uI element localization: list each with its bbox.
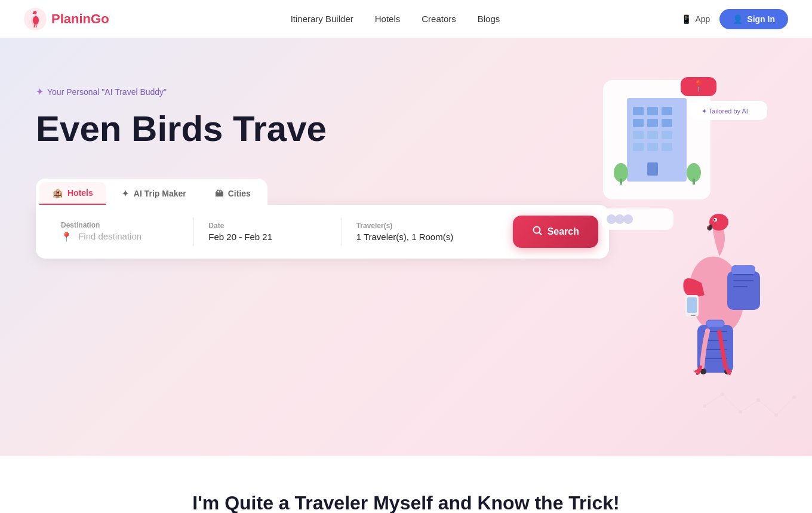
svg-rect-54 [691, 315, 696, 316]
svg-rect-22 [647, 162, 658, 176]
user-icon: 👤 [733, 14, 743, 24]
search-bar: Destination 📍 Find destination Date Feb … [36, 205, 609, 259]
tab-cities[interactable]: 🏔 Cities [202, 182, 264, 205]
svg-rect-12 [662, 107, 672, 115]
date-field[interactable]: Date Feb 20 - Feb 21 [194, 218, 342, 245]
svg-line-7 [539, 233, 542, 235]
svg-point-34 [623, 214, 633, 224]
ai-icon: ✦ [122, 189, 129, 198]
hotels-icon: 🏨 [53, 188, 63, 198]
main-nav: Itinerary Builder Hotels Creators Blogs [291, 14, 500, 24]
date-value: Feb 20 - Feb 21 [208, 232, 327, 242]
sparkle-icon: ✦ [36, 86, 44, 97]
svg-rect-24 [620, 179, 622, 185]
svg-text:📍: 📍 [692, 79, 706, 93]
svg-rect-17 [647, 131, 658, 139]
nav-hotels[interactable]: Hotels [375, 14, 401, 24]
svg-line-62 [722, 394, 740, 412]
svg-rect-18 [662, 131, 672, 139]
svg-line-63 [740, 400, 758, 412]
location-icon: 📍 [61, 232, 72, 242]
hero-illustration: 📍 ✦ Tailored by AI [597, 74, 788, 408]
date-label: Date [208, 222, 327, 230]
svg-point-3 [33, 11, 37, 14]
bottom-title: I'm Quite a Traveler Myself and Know the… [192, 492, 619, 513]
travelers-value: 1 Traveler(s), 1 Room(s) [356, 232, 499, 242]
hero-title: Even Birds Trave [36, 109, 394, 149]
svg-rect-40 [731, 265, 755, 275]
hero-section: ✦ Your Personal "AI Travel Buddy" Even B… [0, 38, 812, 456]
svg-rect-26 [693, 179, 695, 185]
travelers-field[interactable]: Traveler(s) 1 Traveler(s), 1 Room(s) [342, 218, 513, 245]
logo-icon [24, 8, 47, 30]
svg-rect-11 [647, 107, 658, 115]
header: PlaninGo Itinerary Builder Hotels Creato… [0, 0, 812, 38]
destination-label: Destination [61, 221, 179, 229]
svg-rect-15 [662, 119, 672, 127]
cities-icon: 🏔 [215, 189, 223, 198]
svg-line-5 [36, 24, 36, 27]
app-button[interactable]: 📱 App [681, 14, 710, 24]
svg-line-61 [705, 394, 722, 406]
svg-rect-42 [733, 280, 753, 281]
svg-rect-16 [633, 131, 644, 139]
svg-rect-20 [647, 143, 658, 151]
phone-icon: 📱 [681, 14, 691, 24]
svg-rect-14 [647, 119, 658, 127]
destination-value: 📍 Find destination [61, 231, 179, 242]
svg-rect-39 [727, 271, 760, 310]
logo[interactable]: PlaninGo [24, 8, 109, 30]
svg-point-33 [615, 214, 625, 224]
signin-button[interactable]: 👤 Sign In [719, 9, 788, 29]
svg-rect-41 [733, 274, 753, 275]
travelers-label: Traveler(s) [356, 222, 499, 230]
search-button[interactable]: Search [513, 216, 598, 248]
hero-badge: ✦ Your Personal "AI Travel Buddy" [36, 86, 167, 97]
nav-creators[interactable]: Creators [422, 14, 456, 24]
svg-rect-53 [687, 297, 697, 313]
bottom-section: I'm Quite a Traveler Myself and Know the… [0, 456, 812, 513]
tab-hotels[interactable]: 🏨 Hotels [39, 182, 106, 205]
svg-point-2 [33, 16, 39, 24]
svg-line-65 [776, 397, 794, 415]
map-decoration [693, 376, 812, 438]
nav-blogs[interactable]: Blogs [478, 14, 500, 24]
svg-point-36 [709, 214, 728, 231]
header-right: 📱 App 👤 Sign In [681, 9, 788, 29]
destination-field[interactable]: Destination 📍 Find destination [47, 217, 194, 246]
svg-text:✦ Tailored by AI: ✦ Tailored by AI [702, 107, 748, 115]
svg-point-38 [714, 219, 716, 221]
svg-rect-45 [706, 320, 724, 327]
search-tabs: 🏨 Hotels ✦ AI Trip Maker 🏔 Cities [36, 179, 267, 205]
nav-itinerary-builder[interactable]: Itinerary Builder [291, 14, 353, 24]
svg-rect-21 [662, 143, 672, 151]
search-icon [532, 225, 543, 238]
logo-text: PlaninGo [51, 11, 109, 27]
illustration-svg: 📍 ✦ Tailored by AI [597, 74, 788, 408]
tab-ai-trip-maker[interactable]: ✦ AI Trip Maker [109, 182, 199, 205]
svg-point-32 [607, 214, 616, 224]
svg-line-64 [758, 400, 776, 415]
svg-rect-43 [733, 286, 748, 287]
svg-rect-13 [633, 119, 644, 127]
svg-line-4 [34, 24, 35, 27]
svg-rect-19 [633, 143, 644, 151]
svg-rect-10 [633, 107, 644, 115]
